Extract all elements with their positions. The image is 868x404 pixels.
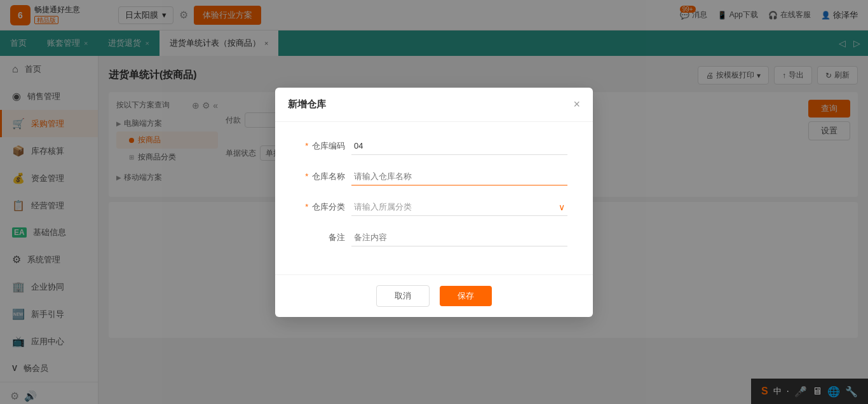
category-select-wrap: 请输入所属分类 ∨ bbox=[351, 198, 567, 216]
modal-title: 新增仓库 bbox=[288, 98, 326, 111]
modal-footer: 取消 保存 bbox=[275, 274, 593, 317]
note-label: 备注 bbox=[301, 232, 351, 243]
category-label: * 仓库分类 bbox=[301, 201, 351, 213]
category-field-row: * 仓库分类 请输入所属分类 ∨ bbox=[301, 198, 567, 216]
note-input[interactable] bbox=[351, 229, 567, 246]
category-select[interactable]: 请输入所属分类 bbox=[351, 198, 567, 216]
code-field-row: * 仓库编码 bbox=[301, 137, 567, 155]
cancel-button[interactable]: 取消 bbox=[376, 285, 430, 307]
note-field-row: 备注 bbox=[301, 229, 567, 246]
name-label: * 仓库名称 bbox=[301, 171, 351, 182]
name-field-row: * 仓库名称 bbox=[301, 168, 567, 185]
code-input[interactable] bbox=[351, 137, 567, 155]
name-input[interactable] bbox=[351, 168, 567, 185]
modal-close-button[interactable]: × bbox=[573, 98, 580, 111]
modal-overlay: 新增仓库 × * 仓库编码 * 仓库名称 bbox=[0, 0, 868, 404]
modal-header: 新增仓库 × bbox=[275, 88, 593, 122]
code-label: * 仓库编码 bbox=[301, 140, 351, 152]
new-warehouse-modal: 新增仓库 × * 仓库编码 * 仓库名称 bbox=[275, 88, 593, 317]
modal-body: * 仓库编码 * 仓库名称 * 仓库分类 bbox=[275, 122, 593, 274]
save-button[interactable]: 保存 bbox=[440, 286, 492, 306]
